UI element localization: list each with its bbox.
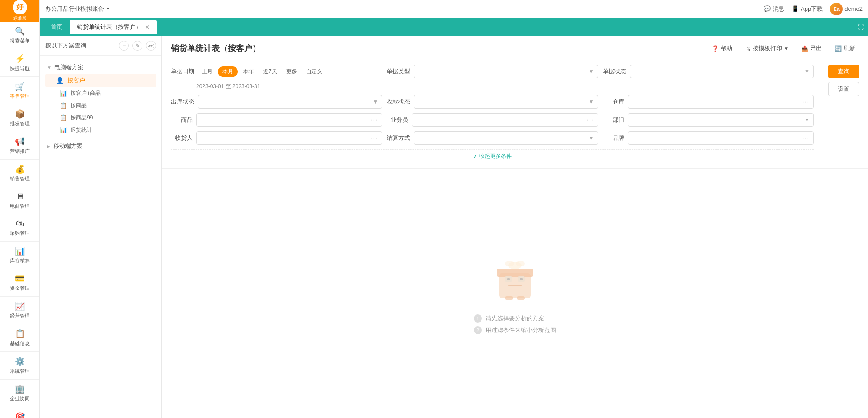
doctype-chevron-icon: ▼ bbox=[589, 68, 594, 75]
sidebar-item-quick-nav[interactable]: ⚡ 快捷导航 bbox=[0, 49, 39, 77]
scheme-by-customer[interactable]: 👤 按客户 bbox=[45, 74, 156, 87]
tab-sales-stat[interactable]: 销货单统计表（按客户） ✕ bbox=[70, 20, 157, 34]
app-download-btn[interactable]: 📱 App下载 bbox=[792, 5, 823, 13]
collapse-panel-btn[interactable]: ≪ bbox=[146, 41, 156, 51]
date-tab-7days[interactable]: 近7天 bbox=[259, 66, 281, 77]
collapse-label: 收起更多条件 bbox=[479, 152, 512, 160]
svg-point-8 bbox=[505, 261, 514, 266]
scheme-by-product-99[interactable]: 📋 按商品99 bbox=[45, 112, 156, 124]
sidebar-item-system[interactable]: ⚙️ 系统管理 bbox=[0, 352, 39, 380]
scheme-by-product[interactable]: 📋 按商品 bbox=[45, 100, 156, 112]
sidebar-item-business-label: 经营管理 bbox=[10, 313, 30, 319]
doctype-control[interactable]: ▼ bbox=[414, 65, 598, 78]
employee-control[interactable]: ··· bbox=[412, 113, 598, 127]
employee-dots-icon: ··· bbox=[587, 117, 594, 123]
page-header-actions: ❓ 帮助 🖨 按模板打印 ▼ 📤 导出 🔄 刷新 bbox=[708, 43, 859, 54]
docstatus-control[interactable]: ▼ bbox=[630, 65, 814, 78]
sidebar-item-search[interactable]: 🔍 搜索菜单 bbox=[0, 22, 39, 49]
desktop-group-header[interactable]: ▼ 电脑端方案 bbox=[45, 61, 156, 74]
sidebar-item-inventory[interactable]: 📊 库存核算 bbox=[0, 242, 39, 269]
doctype-label: 单据类型 bbox=[387, 67, 410, 76]
sidebar-item-ecommerce-label: 电商管理 bbox=[10, 203, 30, 209]
window-controls: — ⛶ bbox=[846, 24, 864, 31]
tab-home[interactable]: 首页 bbox=[43, 20, 70, 34]
scheme-return-stats[interactable]: 📊 退货统计 bbox=[45, 124, 156, 136]
brand-label: 品牌 bbox=[603, 134, 624, 142]
sidebar-item-finance-label: 资金管理 bbox=[10, 285, 30, 292]
sidebar-item-retail[interactable]: 🛒 零售管理 bbox=[0, 77, 39, 104]
sidebar-item-wholesale[interactable]: 📦 批发管理 bbox=[0, 104, 39, 132]
empty-state-image bbox=[488, 253, 542, 307]
template-print-btn[interactable]: 🖨 按模板打印 ▼ bbox=[741, 43, 792, 54]
download-icon: 📱 bbox=[792, 5, 799, 12]
empty-state-tip-2: 2 用过滤条件来缩小分析范围 bbox=[474, 326, 556, 334]
sidebar-item-newbie[interactable]: 🎯 新手引导 bbox=[0, 407, 39, 418]
paymentmethod-chevron-icon: ▼ bbox=[589, 135, 594, 141]
date-tab-last-month[interactable]: 上月 bbox=[198, 66, 216, 77]
date-tab-custom[interactable]: 自定义 bbox=[302, 66, 326, 77]
window-maximize-btn[interactable]: ⛶ bbox=[857, 24, 864, 31]
tab-close-btn[interactable]: ✕ bbox=[145, 24, 150, 30]
message-btn[interactable]: 💬 消息 bbox=[764, 5, 784, 13]
sidebar-item-enterprise[interactable]: 🏢 企业协同 bbox=[0, 380, 39, 407]
sidebar-item-marketing[interactable]: 📢 营销推广 bbox=[0, 132, 39, 160]
svg-rect-1 bbox=[497, 269, 533, 277]
tree-section: ▼ 电脑端方案 👤 按客户 📊 按客户+商品 📋 按商品 bbox=[40, 56, 161, 158]
empty-state: 1 请先选择要分析的方案 2 用过滤条件来缩小分析范围 bbox=[162, 169, 868, 418]
window-minimize-btn[interactable]: — bbox=[846, 24, 854, 31]
paymentmethod-control[interactable]: ▼ bbox=[414, 131, 598, 145]
date-tab-this-year[interactable]: 本年 bbox=[240, 66, 258, 77]
date-tab-this-month[interactable]: 本月 bbox=[218, 66, 238, 77]
empty-state-tips: 1 请先选择要分析的方案 2 用过滤条件来缩小分析范围 bbox=[474, 314, 556, 334]
receiver-control[interactable]: ··· bbox=[196, 131, 382, 145]
quick-nav-icon: ⚡ bbox=[15, 54, 25, 64]
outstatus-control[interactable]: ▼ bbox=[198, 95, 382, 109]
message-icon: 💬 bbox=[764, 5, 771, 12]
account-selector[interactable]: 办公用品行业模拟账套 ▼ bbox=[45, 5, 110, 13]
tip-text-2: 用过滤条件来缩小分析范围 bbox=[486, 326, 556, 334]
desktop-group: ▼ 电脑端方案 👤 按客户 📊 按客户+商品 📋 按商品 bbox=[40, 59, 161, 138]
department-control[interactable]: ▼ bbox=[628, 113, 814, 127]
purchase-icon: 🛍 bbox=[16, 219, 24, 228]
settings-btn[interactable]: 设置 bbox=[828, 82, 859, 96]
mobile-group-header[interactable]: ▶ 移动端方案 bbox=[45, 140, 156, 152]
sidebar-item-business[interactable]: 📈 经营管理 bbox=[0, 297, 39, 324]
edit-scheme-btn[interactable]: ✎ bbox=[132, 41, 142, 51]
user-name: demo2 bbox=[844, 5, 863, 12]
export-btn[interactable]: 📤 导出 bbox=[797, 43, 826, 54]
warehouse-control[interactable]: ··· bbox=[628, 95, 814, 109]
account-name: 办公用品行业模拟账套 bbox=[45, 5, 104, 13]
sidebar-item-ecommerce[interactable]: 🖥 电商管理 bbox=[0, 187, 39, 214]
help-btn[interactable]: ❓ 帮助 bbox=[708, 43, 736, 54]
sidebar-item-purchase[interactable]: 🛍 采购管理 bbox=[0, 214, 39, 242]
filter-date-cell: 单据日期 上月 本月 本年 近7天 更多 自定义 bbox=[171, 65, 382, 78]
app-logo[interactable]: 好 标准版 bbox=[0, 0, 40, 22]
user-menu[interactable]: Ea demo2 bbox=[830, 3, 863, 15]
basic-icon: 📋 bbox=[15, 329, 25, 339]
filter-fields: 单据日期 上月 本月 本年 近7天 更多 自定义 bbox=[171, 65, 814, 163]
date-tabs: 上月 本月 本年 近7天 更多 自定义 bbox=[198, 66, 326, 77]
query-btn[interactable]: 查询 bbox=[828, 65, 859, 78]
refresh-btn[interactable]: 🔄 刷新 bbox=[831, 43, 859, 54]
logo-text: 标准版 bbox=[13, 15, 27, 22]
tip-num-2: 2 bbox=[474, 326, 482, 334]
add-scheme-btn[interactable]: ＋ bbox=[119, 41, 129, 51]
brand-control[interactable]: ··· bbox=[628, 131, 814, 145]
product-control[interactable]: ··· bbox=[196, 113, 382, 127]
filter-product-cell: 商品 ··· bbox=[171, 113, 382, 127]
collapse-btn[interactable]: ∧ 收起更多条件 bbox=[171, 149, 814, 163]
sidebar-item-retail-label: 零售管理 bbox=[10, 93, 30, 100]
date-tab-more[interactable]: 更多 bbox=[283, 66, 301, 77]
sidebar-item-basic[interactable]: 📋 基础信息 bbox=[0, 324, 39, 352]
desktop-group-label: 电脑端方案 bbox=[54, 63, 84, 71]
sidebar-item-finance[interactable]: 💳 资金管理 bbox=[0, 269, 39, 297]
paymentstatus-control[interactable]: ▼ bbox=[414, 95, 598, 109]
filter-warehouse-cell: 仓库 ··· bbox=[603, 95, 814, 109]
svg-rect-10 bbox=[505, 296, 513, 300]
sidebar-item-sales[interactable]: 💰 销售管理 bbox=[0, 160, 39, 187]
warehouse-dots-icon: ··· bbox=[802, 99, 810, 105]
scheme-by-customer-product[interactable]: 📊 按客户+商品 bbox=[45, 87, 156, 100]
list-icon: 📋 bbox=[60, 102, 67, 109]
finance-icon: 💳 bbox=[15, 274, 25, 284]
product-label: 商品 bbox=[171, 116, 193, 124]
